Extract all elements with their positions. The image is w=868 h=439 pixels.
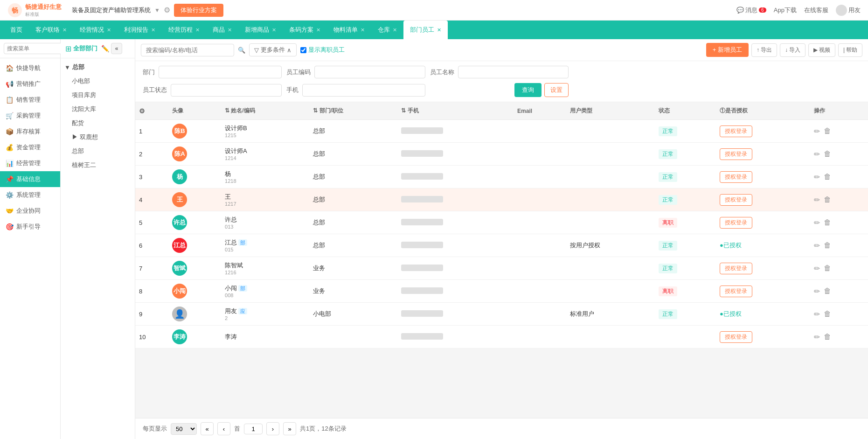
tab-barcode[interactable]: 条码方案✕ xyxy=(283,21,327,39)
dept-node-zongbu-parent[interactable]: ▼ 总部 xyxy=(61,60,135,74)
dept-node-shuanglu[interactable]: ▶ 双鹿想 xyxy=(61,130,135,144)
import-btn[interactable]: ↓ 导入 xyxy=(780,43,806,57)
sidebar-item-marketing[interactable]: 📢 营销推广 xyxy=(0,76,60,92)
search-icon[interactable]: 🔍 xyxy=(238,47,245,54)
edit-icon[interactable]: ✏ xyxy=(814,241,820,250)
auth-btn[interactable]: 授权登录 xyxy=(720,331,752,343)
dept-node-xiaodian[interactable]: 小电部 xyxy=(61,74,135,88)
tab-close-employees[interactable]: ✕ xyxy=(437,27,441,33)
auth-btn[interactable]: 授权登录 xyxy=(720,125,752,137)
trial-btn[interactable]: 体验行业方案 xyxy=(174,4,223,17)
export-btn[interactable]: ↑ 导出 xyxy=(751,43,777,57)
tab-operations[interactable]: 经营情况✕ xyxy=(73,21,118,39)
tab-close-profit[interactable]: ✕ xyxy=(151,27,155,33)
tab-close-ops[interactable]: ✕ xyxy=(107,27,111,33)
cell-auth[interactable]: ●已授权 xyxy=(716,234,810,257)
page-number-input[interactable] xyxy=(244,424,263,434)
phone-input[interactable] xyxy=(302,84,425,97)
edit-icon[interactable]: ✏ xyxy=(814,287,820,296)
prev-page-btn[interactable]: ‹ xyxy=(217,422,230,435)
cell-auth[interactable]: 授权登录 xyxy=(716,143,810,166)
th-phone[interactable]: ⇅ 手机 xyxy=(397,102,514,120)
tab-bom[interactable]: 物料清单✕ xyxy=(327,21,371,39)
online-service[interactable]: 在线客服 xyxy=(804,6,828,14)
tab-warehouse[interactable]: 仓库✕ xyxy=(371,21,403,39)
tab-history[interactable]: 经营历程✕ xyxy=(162,21,206,39)
delete-icon[interactable]: 🗑 xyxy=(824,218,831,227)
edit-icon[interactable]: ✏ xyxy=(814,218,820,227)
dept-node-zongbu[interactable]: 总部 xyxy=(61,144,135,158)
add-employee-btn[interactable]: + 新增员工 xyxy=(706,43,749,57)
delete-icon[interactable]: 🗑 xyxy=(824,173,831,181)
tab-close-customer[interactable]: ✕ xyxy=(62,27,67,33)
show-resigned-checkbox[interactable]: 显示离职员工 xyxy=(300,46,345,54)
delete-icon[interactable]: 🗑 xyxy=(824,241,831,250)
auth-btn[interactable]: 授权登录 xyxy=(720,148,752,160)
cell-auth[interactable]: 授权登录 xyxy=(716,120,810,143)
last-page-btn[interactable]: » xyxy=(283,422,296,435)
tab-new-goods[interactable]: 新增商品✕ xyxy=(238,21,283,39)
edit-icon[interactable]: ✏ xyxy=(814,264,820,273)
auth-btn[interactable]: 授权登录 xyxy=(720,171,752,183)
th-name[interactable]: ⇅ 姓名/编码 xyxy=(221,102,309,120)
edit-icon[interactable]: ✏ xyxy=(814,173,820,181)
dept-filter-select[interactable] xyxy=(159,66,282,78)
next-page-btn[interactable]: › xyxy=(266,422,279,435)
sidebar-item-collab[interactable]: 🤝 企业协同 xyxy=(0,203,60,219)
delete-icon[interactable]: 🗑 xyxy=(824,195,831,204)
auth-btn[interactable]: 授权登录 xyxy=(720,286,752,297)
delete-icon[interactable]: 🗑 xyxy=(824,333,831,341)
delete-icon[interactable]: 🗑 xyxy=(824,287,831,296)
cell-auth[interactable]: 授权登录 xyxy=(716,326,810,348)
tab-close-goods[interactable]: ✕ xyxy=(228,27,232,33)
auth-btn[interactable]: 授权登录 xyxy=(720,217,752,229)
tab-close-warehouse[interactable]: ✕ xyxy=(393,27,397,33)
cell-auth[interactable]: 授权登录 xyxy=(716,188,810,211)
delete-icon[interactable]: 🗑 xyxy=(824,150,831,159)
collapse-btn[interactable]: « xyxy=(111,43,122,54)
sidebar-item-nav[interactable]: 🏠 快捷导航 xyxy=(0,60,60,76)
user-avatar[interactable]: 用友 xyxy=(836,5,861,16)
dept-node-xiangmu[interactable]: 项目库房 xyxy=(61,88,135,102)
tab-close-barcode[interactable]: ✕ xyxy=(316,27,320,33)
edit-icon[interactable]: ✏ xyxy=(814,310,820,319)
edit-icon[interactable]: ✏ xyxy=(814,333,820,341)
dept-edit-icon[interactable]: ✏️ xyxy=(101,45,109,52)
cell-auth[interactable]: 授权登录 xyxy=(716,166,810,188)
emp-name-input[interactable] xyxy=(458,66,569,78)
system-title-dropdown[interactable]: ▼ xyxy=(154,7,160,14)
view-btn[interactable]: ▶ 视频 xyxy=(808,43,835,57)
sidebar-item-system[interactable]: ⚙️ 系统管理 xyxy=(0,187,60,203)
edit-icon[interactable]: ✏ xyxy=(814,127,820,136)
edit-icon[interactable]: ✏ xyxy=(814,195,820,204)
emp-code-input[interactable] xyxy=(314,66,425,78)
tab-customer[interactable]: 客户联络✕ xyxy=(29,21,73,39)
sidebar-item-finance[interactable]: 💰 资金管理 xyxy=(0,139,60,155)
help-btn[interactable]: | 帮助 xyxy=(838,43,862,57)
app-download[interactable]: App下载 xyxy=(774,6,797,14)
sidebar-item-mgmt[interactable]: 📊 经营管理 xyxy=(0,155,60,171)
dept-node-zhishu[interactable]: 植树王二 xyxy=(61,158,135,172)
dept-node-peihuo[interactable]: 配货 xyxy=(61,116,135,130)
search-btn[interactable]: 查询 xyxy=(514,83,542,97)
delete-icon[interactable]: 🗑 xyxy=(824,127,831,136)
tab-close-bom[interactable]: ✕ xyxy=(361,27,365,33)
tab-close-new-goods[interactable]: ✕ xyxy=(272,27,276,33)
search-input[interactable] xyxy=(141,44,234,56)
settings-icon[interactable]: ⚙ xyxy=(164,6,170,14)
tab-profit[interactable]: 利润报告✕ xyxy=(118,21,162,39)
th-dept[interactable]: ⇅ 部门/职位 xyxy=(309,102,397,120)
show-resigned-input[interactable] xyxy=(300,47,306,53)
delete-icon[interactable]: 🗑 xyxy=(824,310,831,319)
tab-goods[interactable]: 商品✕ xyxy=(206,21,238,39)
tab-home[interactable]: 首页 xyxy=(4,21,29,39)
edit-icon[interactable]: ✏ xyxy=(814,150,820,159)
sidebar-item-purchase[interactable]: 🛒 采购管理 xyxy=(0,108,60,124)
tab-close-history[interactable]: ✕ xyxy=(195,27,200,33)
tab-employees[interactable]: 部门员工✕ xyxy=(403,21,448,39)
sidebar-item-inventory[interactable]: 📦 库存核算 xyxy=(0,124,60,139)
first-page-btn[interactable]: « xyxy=(201,422,214,435)
th-settings[interactable]: ⚙ xyxy=(135,102,168,120)
delete-icon[interactable]: 🗑 xyxy=(824,264,831,273)
emp-status-select[interactable] xyxy=(171,84,282,97)
